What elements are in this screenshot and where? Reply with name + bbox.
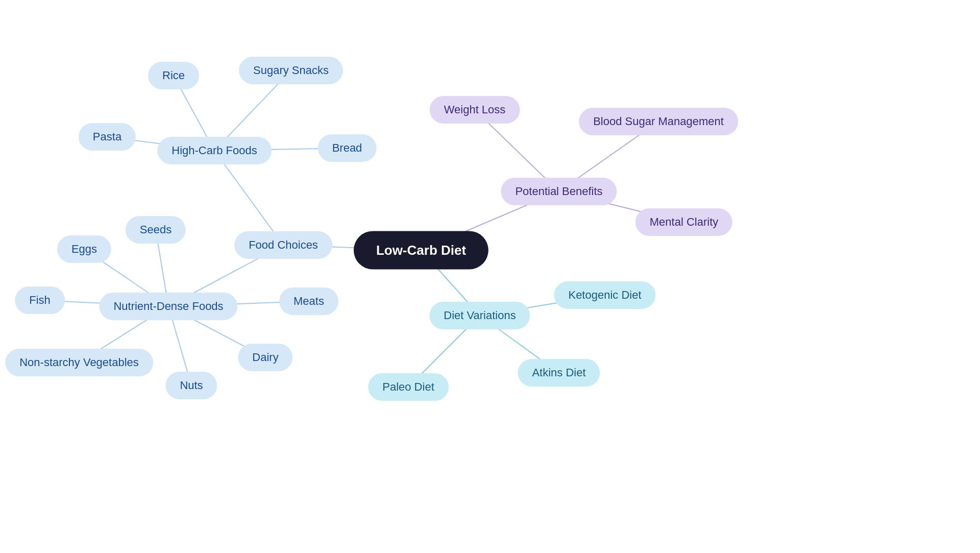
node-mental-clarity: Mental Clarity bbox=[635, 208, 732, 236]
node-nutrient-dense: Nutrient-Dense Foods bbox=[99, 293, 237, 320]
node-meats: Meats bbox=[279, 287, 338, 315]
node-seeds: Seeds bbox=[126, 216, 186, 244]
node-weight-loss: Weight Loss bbox=[430, 96, 520, 124]
node-fish: Fish bbox=[15, 286, 65, 314]
mind-map: Low-Carb DietFood ChoicesHigh-Carb Foods… bbox=[0, 0, 980, 553]
node-diet-variations: Diet Variations bbox=[429, 302, 530, 329]
node-ketogenic: Ketogenic Diet bbox=[554, 281, 655, 309]
node-high-carb-foods: High-Carb Foods bbox=[157, 137, 272, 164]
node-pasta: Pasta bbox=[79, 123, 136, 151]
node-sugary-snacks: Sugary Snacks bbox=[239, 57, 343, 84]
node-potential-benefits: Potential Benefits bbox=[501, 178, 617, 205]
center-node: Low-Carb Diet bbox=[354, 231, 488, 270]
connections-svg bbox=[0, 0, 980, 553]
node-dairy: Dairy bbox=[238, 344, 292, 371]
node-paleo: Paleo Diet bbox=[368, 373, 449, 401]
node-eggs: Eggs bbox=[57, 235, 111, 263]
node-non-starchy: Non-starchy Vegetables bbox=[5, 349, 153, 376]
node-rice: Rice bbox=[148, 62, 199, 89]
node-blood-sugar: Blood Sugar Management bbox=[579, 108, 738, 135]
node-food-choices: Food Choices bbox=[234, 231, 332, 259]
node-bread: Bread bbox=[318, 134, 377, 162]
node-nuts: Nuts bbox=[165, 372, 217, 399]
node-atkins: Atkins Diet bbox=[518, 359, 600, 387]
